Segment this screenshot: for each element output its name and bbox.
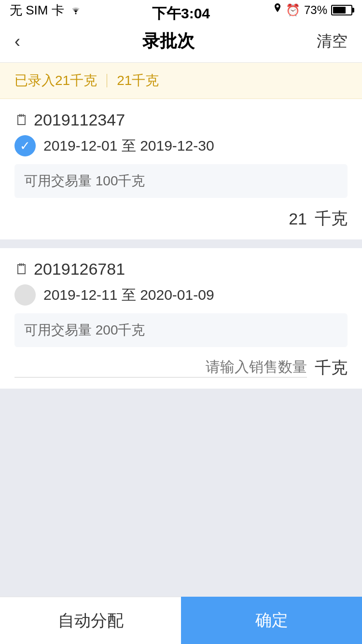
back-button[interactable]: ‹: [14, 31, 20, 52]
recorded-label: 已录入21千克: [14, 71, 97, 90]
confirm-button[interactable]: 确定: [181, 597, 362, 644]
recorded-amount: 21千克: [117, 71, 159, 90]
page-title: 录批次: [142, 29, 195, 53]
batch-separator: [0, 240, 362, 248]
svg-point-0: [75, 13, 76, 14]
bottom-bar: 自动分配 确定: [0, 597, 362, 644]
batch-date-2: 2019-12-11 至 2020-01-09: [43, 285, 214, 305]
info-banner: 已录入21千克 21千克: [0, 63, 362, 99]
batch-date-1: 2019-12-01 至 2019-12-30: [43, 136, 214, 156]
batch-available-text-2: 可用交易量 200千克: [24, 322, 145, 337]
status-bar: 无 SIM 卡 下午3:04 ⏰ 73%: [0, 0, 362, 20]
content-area: 已录入21千克 21千克 🗒 2019112347 ✓ 2019-12-01 至…: [0, 63, 362, 597]
batch-date-row-2: 2019-12-11 至 2020-01-09: [14, 284, 348, 306]
auto-distribute-label: 自动分配: [58, 610, 124, 632]
battery-percent: 73%: [304, 3, 327, 17]
status-left: 无 SIM 卡: [10, 2, 83, 19]
wifi-icon: [69, 3, 83, 18]
confirm-label: 确定: [255, 609, 288, 631]
battery-icon: [331, 5, 352, 15]
status-time: 下午3:04: [152, 4, 210, 24]
batch-check-2[interactable]: [14, 284, 36, 306]
batch-date-row-1: ✓ 2019-12-01 至 2019-12-30: [14, 135, 348, 156]
check-mark-1: ✓: [20, 140, 30, 152]
input-row-2: 千克: [0, 347, 362, 389]
input-field-wrapper-2: 千克: [14, 357, 348, 379]
batch-item-1: 🗒 2019112347 ✓ 2019-12-01 至 2019-12-30 可…: [0, 99, 362, 198]
status-right: ⏰ 73%: [273, 3, 352, 17]
batch-doc-icon-1: 🗒: [14, 112, 29, 128]
batch-id-1: 2019112347: [34, 111, 125, 129]
gray-area: [0, 389, 362, 597]
batch-available-1: 可用交易量 100千克: [14, 164, 348, 198]
clear-button[interactable]: 清空: [317, 31, 348, 52]
carrier-text: 无 SIM 卡: [10, 2, 64, 19]
batch-check-1[interactable]: ✓: [14, 135, 36, 156]
batch-item-2: 🗒 2019126781 2019-12-11 至 2020-01-09 可用交…: [0, 248, 362, 347]
info-divider: [107, 74, 107, 87]
location-icon: [273, 3, 282, 17]
batch-doc-icon-2: 🗒: [14, 261, 29, 278]
auto-distribute-button[interactable]: 自动分配: [0, 597, 181, 644]
batch-header-2: 🗒 2019126781: [14, 260, 348, 279]
amount-unit-1: 千克: [315, 208, 348, 230]
batch-id-2: 2019126781: [34, 260, 125, 279]
batch-available-text-1: 可用交易量 100千克: [24, 173, 145, 188]
batch-header-1: 🗒 2019112347: [14, 111, 348, 129]
input-unit-2: 千克: [315, 357, 348, 379]
alarm-icon: ⏰: [286, 3, 300, 17]
batch-available-2: 可用交易量 200千克: [14, 313, 348, 347]
amount-row-1: 21 千克: [0, 198, 362, 240]
sales-quantity-input[interactable]: [14, 359, 307, 378]
nav-bar: ‹ 录批次 清空: [0, 20, 362, 63]
amount-value-1: 21: [289, 210, 307, 228]
